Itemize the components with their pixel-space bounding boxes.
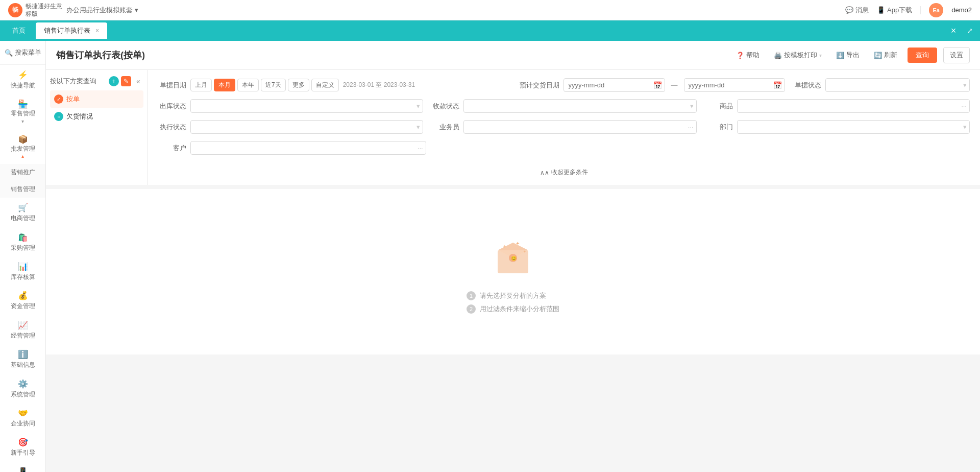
- logo-icon: 畅: [8, 3, 22, 17]
- execution-status-input[interactable]: [190, 120, 423, 134]
- page-title: 销售订单执行表(按单): [56, 49, 145, 61]
- goods-more-icon[interactable]: ···: [961, 102, 967, 110]
- quick-nav-icon: ⚡: [18, 70, 28, 80]
- delivery-status-wrapper: ▾: [190, 99, 423, 113]
- expected-delivery-start: 📅: [564, 78, 665, 92]
- sidebar: 🔍 搜索菜单 ⚡ 快捷导航 🏪 零售管理 ▾ 📦 批发管理 ▴ 营销推广 销售: [0, 41, 46, 472]
- refresh-icon: 🔄: [874, 52, 882, 59]
- tab-maximize-button[interactable]: ⤢: [964, 25, 976, 37]
- date-btn-this-month[interactable]: 本月: [214, 79, 235, 91]
- tab-close-icon[interactable]: ×: [95, 27, 99, 34]
- refresh-button[interactable]: 🔄 刷新: [870, 49, 901, 62]
- execution-status-dropdown-icon: ▾: [416, 123, 420, 131]
- system-icon: ⚙️: [18, 379, 28, 389]
- tab-active[interactable]: 销售订单执行表 ×: [36, 22, 107, 39]
- collapse-more-conditions-button[interactable]: ∧∧ 收起更多条件: [540, 164, 588, 181]
- app-download-icon: 📱: [877, 6, 885, 14]
- expected-delivery-start-input[interactable]: [564, 78, 665, 92]
- operation-icon: 📈: [18, 320, 28, 330]
- date-btn-7days[interactable]: 近7天: [261, 79, 286, 91]
- sidebar-group-wholesale: 📦 批发管理 ▴ 营销推广 销售管理: [0, 129, 45, 198]
- sidebar-item-wholesale[interactable]: 📦 批发管理 ▴: [0, 129, 45, 164]
- empty-hint-1: 1 请先选择要分析的方案: [467, 291, 559, 300]
- app-download-button[interactable]: 📱 App下载: [877, 6, 912, 15]
- tab-bar-actions: × ⤢: [947, 25, 976, 37]
- salesman-wrapper: ···: [463, 120, 696, 134]
- sidebar-item-ecommerce[interactable]: 🛒 电商管理: [0, 198, 45, 227]
- message-button[interactable]: 💬 消息: [845, 6, 869, 15]
- goods-input[interactable]: [737, 99, 970, 113]
- department-input[interactable]: [737, 120, 970, 134]
- collapse-icon: ∧∧: [540, 169, 549, 176]
- department-wrapper: ▾: [737, 120, 970, 134]
- doc-status-dropdown-icon: ▾: [963, 81, 967, 89]
- calendar-start-icon: 📅: [653, 81, 662, 89]
- filter-row-1: 单据日期 上月 本月 本年 近7天 更多 自定义 2023-03-01 至 20…: [158, 78, 970, 92]
- breadcrumb-dropdown-icon[interactable]: ▾: [135, 6, 138, 14]
- search-menu-button[interactable]: 🔍 搜索菜单: [4, 46, 41, 59]
- enterprise-icon: 🤝: [18, 408, 28, 418]
- top-bar: 畅 畅捷通好生意 标版 办公用品行业模拟账套 ▾ 💬 消息 📱 App下载 Ea…: [0, 0, 980, 20]
- sidebar-item-purchase[interactable]: 🛍️ 采购管理: [0, 227, 45, 256]
- export-button[interactable]: ⬇️ 导出: [832, 49, 864, 62]
- sidebar-item-apps[interactable]: 📱 应用中心: [0, 462, 45, 472]
- expected-delivery-end: 📅: [684, 78, 785, 92]
- sidebar-item-system[interactable]: ⚙️ 系统管理: [0, 374, 45, 403]
- scheme-icon-active: ✓: [54, 95, 63, 104]
- sidebar-item-sales[interactable]: 销售管理: [0, 181, 45, 198]
- customer-more-icon[interactable]: ···: [418, 144, 423, 152]
- date-btn-this-year[interactable]: 本年: [237, 79, 259, 91]
- sidebar-item-guide[interactable]: 🎯 新手引导: [0, 432, 45, 461]
- tab-home[interactable]: 首页: [4, 22, 34, 39]
- scheme-item-按单[interactable]: ✓ 按单: [50, 90, 143, 108]
- salesman-input[interactable]: [463, 120, 696, 134]
- purchase-icon: 🛍️: [18, 232, 28, 242]
- empty-hint-2: 2 用过滤条件来缩小分析范围: [467, 304, 559, 314]
- doc-status-select-wrapper: ▾: [825, 78, 970, 92]
- template-print-button[interactable]: 🖨️ 按模板打印 ▾: [770, 49, 826, 62]
- date-btn-last-month[interactable]: 上月: [190, 79, 212, 91]
- payment-status-input[interactable]: [463, 99, 696, 113]
- filter-row-4: 客户 ···: [158, 141, 970, 155]
- customer-input[interactable]: [190, 141, 426, 155]
- doc-status-field: 单据状态 ▾: [793, 78, 970, 92]
- sidebar-item-operation[interactable]: 📈 经营管理: [0, 315, 45, 344]
- sidebar-item-retail[interactable]: 🏪 零售管理 ▾: [0, 94, 45, 129]
- date-btn-custom[interactable]: 自定义: [311, 79, 339, 91]
- sidebar-group-retail: 🏪 零售管理 ▾: [0, 94, 45, 129]
- doc-status-input[interactable]: [825, 78, 970, 92]
- guide-icon: 🎯: [18, 437, 28, 447]
- salesman-more-icon[interactable]: ···: [688, 123, 694, 131]
- sidebar-item-inventory[interactable]: 📊 库存核算: [0, 256, 45, 286]
- sidebar-item-basic[interactable]: ℹ️ 基础信息: [0, 344, 45, 373]
- query-button[interactable]: 查询: [908, 48, 937, 63]
- svg-text:✦: ✦: [523, 250, 526, 253]
- print-icon: 🖨️: [774, 52, 782, 59]
- edit-scheme-button[interactable]: ✎: [121, 76, 131, 86]
- scheme-item-欠货情况[interactable]: ○ 欠货情况: [50, 108, 143, 125]
- breadcrumb-text: 办公用品行业模拟账套: [66, 6, 133, 15]
- logo-text: 畅捷通好生意 标版: [26, 3, 62, 17]
- tab-close-window-button[interactable]: ×: [947, 25, 960, 37]
- tab-bar: 首页 销售订单执行表 × × ⤢: [0, 20, 980, 41]
- apps-icon: 📱: [18, 467, 28, 472]
- sidebar-item-marketing[interactable]: 营销推广: [0, 164, 45, 181]
- delivery-status-input[interactable]: [190, 99, 423, 113]
- svg-text:✦: ✦: [516, 241, 520, 246]
- export-icon: ⬇️: [836, 52, 844, 59]
- finance-icon: 💰: [18, 291, 28, 300]
- add-scheme-button[interactable]: +: [109, 76, 119, 86]
- sidebar-item-quick-nav[interactable]: ⚡ 快捷导航: [0, 65, 45, 94]
- execution-status-field: 执行状态 ▾: [158, 120, 423, 134]
- collapse-scheme-button[interactable]: «: [133, 76, 143, 86]
- sidebar-item-enterprise[interactable]: 🤝 企业协同: [0, 403, 45, 432]
- date-btn-more[interactable]: 更多: [288, 79, 309, 91]
- user-name[interactable]: demo2: [951, 6, 972, 14]
- top-bar-left: 畅 畅捷通好生意 标版 办公用品行业模拟账套 ▾: [8, 3, 138, 17]
- sidebar-item-finance[interactable]: 💰 资金管理: [0, 286, 45, 315]
- expected-delivery-end-input[interactable]: [684, 78, 785, 92]
- doc-date-field: 单据日期 上月 本月 本年 近7天 更多 自定义 2023-03-01 至 20…: [158, 79, 511, 91]
- help-button[interactable]: ❓ 帮助: [732, 49, 764, 62]
- settings-button[interactable]: 设置: [943, 47, 970, 63]
- page-header: 销售订单执行表(按单) ❓ 帮助 🖨️ 按模板打印 ▾ ⬇️ 导出 🔄 刷新: [46, 41, 980, 70]
